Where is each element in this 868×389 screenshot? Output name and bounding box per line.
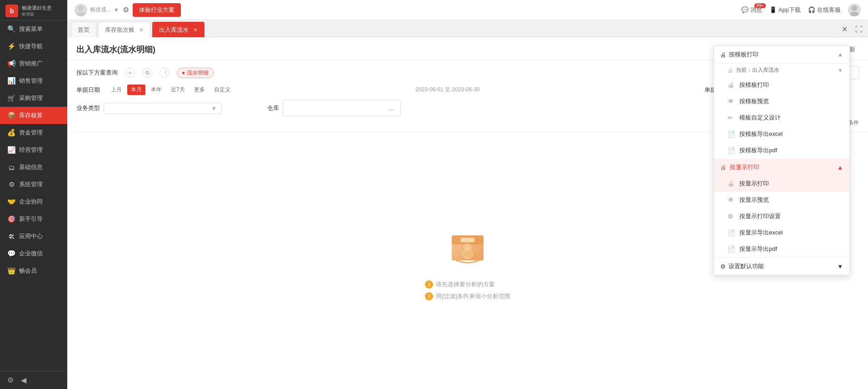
- dropdown-display-export-pdf[interactable]: 📄 按显示导出pdf: [714, 241, 849, 257]
- sidebar-item-vip[interactable]: 👑 畅会员: [0, 262, 67, 279]
- print-header-icon: 🖨: [720, 51, 726, 58]
- template-preview-icon: 👁: [728, 98, 735, 105]
- user-area[interactable]: 畅捷通... ▼: [75, 4, 119, 16]
- tip-num-2: 2: [425, 292, 433, 300]
- display-pdf-icon: 📄: [728, 245, 735, 253]
- display-settings-icon: ⚙: [728, 213, 735, 220]
- collab-icon: 🤝: [7, 198, 15, 206]
- purchase-icon: 🛒: [7, 94, 15, 102]
- template-custom-icon: ✏: [728, 114, 735, 121]
- industry-btn[interactable]: 体验行业方案: [133, 3, 181, 17]
- sidebar-item-appstore[interactable]: 🛠 应用中心: [0, 228, 67, 245]
- date-prev-month[interactable]: 上月: [107, 85, 125, 95]
- empty-svg: [443, 222, 493, 272]
- dropdown-template-export-pdf[interactable]: 📄 按模板导出pdf: [714, 142, 849, 159]
- date-more[interactable]: 更多: [190, 85, 209, 95]
- tab-inventory-batch[interactable]: 库存批次账 ✕: [98, 22, 150, 37]
- date-tabs: 上月 本月 本年 近7天 更多 自定义: [107, 85, 234, 95]
- sidebar-item-purchase[interactable]: 🛒 采购管理: [0, 90, 67, 107]
- date-cur-year[interactable]: 本年: [147, 85, 165, 95]
- collapse-sidebar-icon[interactable]: ◀: [21, 376, 26, 384]
- gear-icon[interactable]: ⚙: [123, 5, 129, 14]
- topbar-avatar[interactable]: [848, 4, 861, 16]
- online-service-btn[interactable]: 🎧 在线客服: [808, 6, 841, 14]
- sidebar: b 畅捷通好生意 标准版 🔍 搜索菜单 ⚡ 快捷导航 📢 营销推广 📊 销售管理…: [0, 0, 67, 389]
- scheme-collapse-btn[interactable]: 《: [160, 68, 170, 78]
- user-dropdown-icon[interactable]: ▼: [114, 7, 119, 13]
- sidebar-item-system[interactable]: ⚙ 系统管理: [0, 176, 67, 193]
- tip-num-1: 1: [425, 280, 433, 289]
- date-custom[interactable]: 自定义: [210, 85, 234, 95]
- dropdown-display-print[interactable]: 🖨 按显示打印: [714, 175, 849, 192]
- maximize-window-btn[interactable]: ⛶: [853, 24, 864, 35]
- newbie-icon: 🎯: [7, 215, 15, 223]
- dropdown-display-settings[interactable]: ⚙ 按显示打印设置: [714, 208, 849, 224]
- empty-illustration: [443, 222, 493, 273]
- current-icon: 🖨: [728, 67, 733, 74]
- sidebar-item-inventory[interactable]: 📦 库存核算: [0, 107, 67, 124]
- sidebar-item-sales[interactable]: 📊 销售管理: [0, 72, 67, 90]
- date-cur-month[interactable]: 本月: [127, 85, 145, 95]
- sidebar-item-newbie[interactable]: 🎯 新手引导: [0, 210, 67, 228]
- appstore-icon: 🛠: [7, 232, 15, 240]
- dropdown-template-print[interactable]: 🖨 按模板打印: [714, 77, 849, 93]
- lightning-icon: ⚡: [7, 42, 15, 50]
- warehouse-more-btn[interactable]: ...: [386, 102, 396, 114]
- messages-badge: 99+: [754, 3, 766, 8]
- sidebar-item-marketing[interactable]: 📢 营销推广: [0, 55, 67, 72]
- logo-area: b 畅捷通好生意 标准版: [0, 0, 67, 20]
- dropdown-template-export-excel[interactable]: 📄 按模板导出excel: [714, 126, 849, 142]
- base-icon: 🗂: [7, 163, 15, 171]
- display-preview-icon: 👁: [728, 196, 735, 204]
- sidebar-item-search[interactable]: 🔍 搜索菜单: [0, 20, 67, 38]
- add-scheme-btn[interactable]: +: [125, 68, 135, 78]
- dropdown-display-preview[interactable]: 👁 按显示预览: [714, 192, 849, 208]
- dropdown-collapse-btn[interactable]: ▲: [838, 51, 843, 58]
- display-section-icon: 🖨: [720, 164, 726, 171]
- sidebar-item-quick-nav[interactable]: ⚡ 快捷导航: [0, 38, 67, 55]
- template-print-icon: 🖨: [728, 81, 735, 89]
- display-print-icon: 🖨: [728, 180, 735, 187]
- dropdown-template-custom[interactable]: ✏ 模板自定义设计: [714, 110, 849, 126]
- topbar: 畅捷通... ▼ ⚙ 体验行业方案 💬 消息 99+ 📱 App下载 🎧 在线客…: [67, 0, 868, 20]
- warehouse-select[interactable]: ...: [283, 100, 401, 116]
- logo-text: 畅捷通好生意: [22, 5, 52, 11]
- app-download-btn[interactable]: 📱 App下载: [769, 6, 801, 14]
- settings-bottom-icon[interactable]: ⚙: [7, 376, 14, 384]
- date-last-7[interactable]: 近7天: [167, 85, 189, 95]
- svg-point-2: [852, 5, 857, 11]
- user-name: 畅捷通...: [90, 6, 111, 14]
- sidebar-item-collab[interactable]: 🤝 企业协同: [0, 193, 67, 210]
- dropdown-footer-title: ⚙ 设置默认功能: [720, 262, 764, 270]
- current-arrow: ▼: [838, 67, 843, 74]
- business-type-select[interactable]: ▼: [104, 103, 222, 114]
- dropdown-header: 🖨 按模板打印 ▲: [714, 46, 849, 64]
- empty-tips: 1 请先选择要分析的方案 2 用[过滤]条件来缩小分析范围: [425, 280, 510, 300]
- topbar-left: 畅捷通... ▼ ⚙ 体验行业方案: [75, 3, 736, 17]
- flow-detail-tag[interactable]: ● 流水明细: [177, 68, 214, 78]
- marketing-icon: 📢: [7, 60, 15, 68]
- tab-inventory-batch-close[interactable]: ✕: [139, 27, 144, 33]
- sidebar-item-operation[interactable]: 📈 经营管理: [0, 141, 67, 159]
- messages-btn[interactable]: 💬 消息 99+: [741, 6, 762, 14]
- tab-inventory-flow[interactable]: 出入库流水 ✕: [152, 22, 205, 37]
- tab-home[interactable]: 首页: [71, 22, 96, 37]
- display-section-header[interactable]: 🖨 按显示打印 ▲: [714, 159, 849, 175]
- dropdown-template-preview[interactable]: 👁 按模板预览: [714, 93, 849, 110]
- download-icon: 📱: [769, 6, 777, 13]
- scheme-settings-btn[interactable]: ⚙: [142, 68, 152, 78]
- svg-rect-8: [463, 250, 472, 257]
- tabbar: 首页 库存批次账 ✕ 出入库流水 ✕ ✕ ⛶: [67, 20, 868, 37]
- sidebar-bottom: ⚙ ◀: [0, 371, 67, 389]
- tab-inventory-flow-close[interactable]: ✕: [193, 27, 198, 33]
- sidebar-item-wechat[interactable]: 💬 企业微信: [0, 245, 67, 262]
- sidebar-nav: 🔍 搜索菜单 ⚡ 快捷导航 📢 营销推广 📊 销售管理 🛒 采购管理 📦 库存核…: [0, 20, 67, 371]
- dropdown-footer[interactable]: ⚙ 设置默认功能 ▼: [714, 257, 849, 275]
- close-window-btn[interactable]: ✕: [839, 24, 850, 35]
- sidebar-item-base[interactable]: 🗂 基础信息: [0, 159, 67, 176]
- svg-point-0: [78, 5, 84, 11]
- dropdown-display-export-excel[interactable]: 📄 按显示导出excel: [714, 224, 849, 241]
- empty-tip-1: 1 请先选择要分析的方案: [425, 280, 510, 289]
- sidebar-item-finance[interactable]: 💰 资金管理: [0, 124, 67, 141]
- vip-icon: 👑: [7, 267, 15, 275]
